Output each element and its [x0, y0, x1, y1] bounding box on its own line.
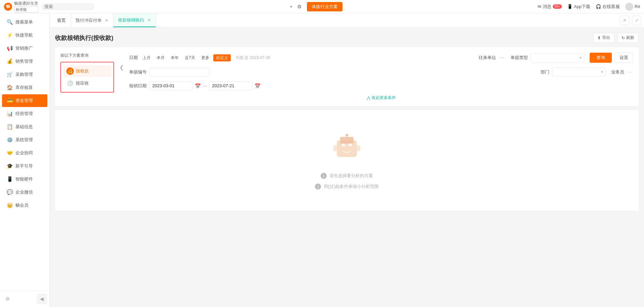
sidebar-item-wechat[interactable]: 💬 企业微信 — [2, 186, 47, 199]
wechat-icon: 💬 — [7, 189, 13, 195]
hint-num-1: 1 — [321, 173, 327, 179]
doc-no-input[interactable] — [149, 67, 210, 76]
verify-date-start-calendar-icon[interactable]: 📅 — [195, 83, 201, 89]
sidebar-settings-button[interactable]: ⚙ — [2, 294, 13, 304]
sidebar-item-basic[interactable]: 📋 基础信息 — [2, 120, 47, 133]
sidebar-item-quick[interactable]: ⚡ 快捷导航 — [2, 29, 47, 42]
by-receivable-icon: 🕐 — [66, 80, 74, 87]
gear-icon[interactable]: ⚙ — [295, 2, 304, 11]
main-layout: 🔍 搜索菜单 ⚡ 快捷导航 📢 营销推广 💰 销售管理 🛒 采购管理 🏠 — [0, 13, 644, 307]
message-button[interactable]: ✉ 消息 99+ — [538, 4, 562, 10]
user-menu[interactable]: Rit — [625, 3, 640, 11]
collapse-more-button[interactable]: ⋀ 收起更多条件 — [129, 95, 633, 101]
sidebar-item-enterprise[interactable]: 🤝 企业协同 — [2, 147, 47, 159]
service-label: 在线客服 — [602, 4, 620, 10]
sidebar-label-hardware: 智能硬件 — [15, 176, 33, 182]
by-receivable-label: 按应收 — [76, 80, 89, 86]
svg-rect-1 — [340, 137, 354, 144]
hardware-icon: 📱 — [7, 176, 13, 182]
verify-date-field: 核销日期 📅 — 📅 — [129, 81, 260, 90]
date-this-month-btn[interactable]: 本月 — [155, 54, 167, 61]
top-bar: 畅 畅捷通好生意 标准版 ▾ ⚙ 体验行业方案 ✉ 消息 99+ 📱 App下载… — [0, 0, 644, 13]
sidebar-item-inventory[interactable]: 🏠 库存核算 — [2, 81, 47, 94]
sidebar-label-inventory: 库存核算 — [15, 85, 33, 91]
date-label: 日期 — [129, 55, 138, 61]
sidebar-item-marketing[interactable]: 📢 营销推广 — [2, 42, 47, 55]
date-no-limit: 不限 至 2023-07-26 — [235, 55, 270, 61]
date-7days-btn[interactable]: 近7天 — [183, 54, 197, 61]
sidebar-item-sales[interactable]: 💰 销售管理 — [2, 55, 47, 68]
sidebar-item-search[interactable]: 🔍 搜索菜单 — [2, 16, 47, 29]
page-header: 收款核销执行(按收款) ⬆ 导出 ↻ 刷新 — [55, 33, 639, 43]
date-last-month-btn[interactable]: 上月 — [141, 54, 153, 61]
tab-collection[interactable]: 收款核销执行 ✕ — [113, 13, 156, 27]
tab-prepay[interactable]: 预付冲应付单 ✕ — [71, 13, 113, 27]
svg-rect-5 — [333, 145, 337, 151]
by-collection-label: 按收款 — [76, 68, 89, 74]
filter-row-3: 核销日期 📅 — 📅 — [129, 81, 633, 90]
doc-type-select[interactable] — [531, 53, 584, 62]
counterpart-label: 往来单位 — [479, 55, 496, 61]
sidebar-label-guide: 新手引导 — [15, 163, 33, 169]
verify-date-range: 📅 — 📅 — [149, 81, 260, 90]
filter-sidebar-title: 按以下方案查询 — [60, 53, 114, 58]
tab-bar-left: 首页 预付冲应付单 ✕ 收款核销执行 ✕ — [52, 13, 156, 27]
tab-bar-right: ✕ ⤢ — [620, 16, 641, 25]
tab-close-all-button[interactable]: ✕ — [620, 16, 629, 25]
sidebar-item-guide[interactable]: 🎓 新手引导 — [2, 160, 47, 172]
doc-type-select-wrapper — [531, 53, 584, 62]
sidebar-item-finance[interactable]: 💳 资金管理 — [2, 94, 47, 107]
sidebar-item-hardware[interactable]: 📱 智能硬件 — [2, 173, 47, 186]
search-input[interactable] — [41, 3, 95, 10]
query-button[interactable]: 查询 — [590, 53, 612, 63]
refresh-icon: ↻ — [622, 36, 625, 40]
dept-field: 部门 — [541, 67, 606, 76]
brand-icon: 畅 — [4, 3, 12, 11]
filter-sidebar-collapse-button[interactable]: ❮ — [118, 63, 125, 72]
dept-select[interactable] — [552, 67, 606, 76]
sidebar-collapse-button[interactable]: ◀ — [37, 294, 47, 304]
date-more-btn[interactable]: 更多 — [199, 54, 211, 61]
sidebar-item-purchase[interactable]: 🛒 采购管理 — [2, 68, 47, 81]
svg-rect-4 — [348, 144, 352, 146]
message-label: 消息 — [543, 4, 551, 10]
date-separator: — — [203, 83, 207, 88]
inventory-icon: 🏠 — [7, 85, 13, 91]
staff-dots[interactable]: ··· — [627, 69, 633, 75]
industry-button[interactable]: 体验行业方案 — [307, 2, 342, 11]
sidebar: 🔍 搜索菜单 ⚡ 快捷导航 📢 营销推广 💰 销售管理 🛒 采购管理 🏠 — [0, 13, 50, 307]
verify-date-end-calendar-icon[interactable]: 📅 — [255, 83, 260, 89]
app-download-button[interactable]: 📱 App下载 — [567, 4, 590, 10]
sidebar-item-vip[interactable]: 👑 畅会员 — [2, 199, 47, 212]
tab-prepay-close[interactable]: ✕ — [105, 18, 108, 22]
export-button[interactable]: ⬆ 导出 — [593, 33, 614, 43]
doc-type-label: 单据类型 — [511, 55, 528, 61]
sidebar-label-basic: 基础信息 — [15, 124, 33, 130]
service-button[interactable]: 🎧 在线客服 — [596, 4, 620, 10]
sidebar-item-operation[interactable]: 📊 经营管理 — [2, 107, 47, 120]
settings-button[interactable]: 设置 — [614, 53, 633, 63]
counterpart-dots[interactable]: ··· — [499, 55, 505, 61]
collapse-chevron-icon: ⋀ — [367, 96, 370, 100]
tab-collection-close[interactable]: ✕ — [148, 18, 151, 22]
verify-date-end-input[interactable] — [209, 81, 253, 90]
filter-option-by-receivable[interactable]: 🕐 按应收 — [63, 77, 111, 89]
date-this-year-btn[interactable]: 本年 — [169, 54, 181, 61]
sidebar-label-system: 系统管理 — [15, 137, 33, 143]
sidebar-item-system[interactable]: ⚙️ 系统管理 — [2, 134, 47, 146]
date-custom-btn[interactable]: 自定义 — [213, 54, 231, 61]
app-icon: 📱 — [567, 4, 573, 9]
verify-date-start-input[interactable] — [149, 81, 193, 90]
filter-option-by-collection[interactable]: 💰 按收款 — [63, 65, 111, 77]
search-icon: 🔍 — [7, 19, 13, 25]
tab-expand-button[interactable]: ⤢ — [632, 16, 641, 25]
tab-home[interactable]: 首页 — [52, 13, 71, 27]
export-icon: ⬆ — [597, 36, 601, 40]
chevron-down-icon[interactable]: ▾ — [290, 4, 292, 9]
collapse-more-label: 收起更多条件 — [372, 95, 396, 101]
staff-field: 业务员 ··· — [611, 69, 633, 75]
refresh-button[interactable]: ↻ 刷新 — [617, 33, 639, 43]
service-icon: 🎧 — [596, 4, 601, 9]
doc-no-field: 单据编号 — [129, 67, 210, 76]
system-icon: ⚙️ — [7, 137, 13, 143]
